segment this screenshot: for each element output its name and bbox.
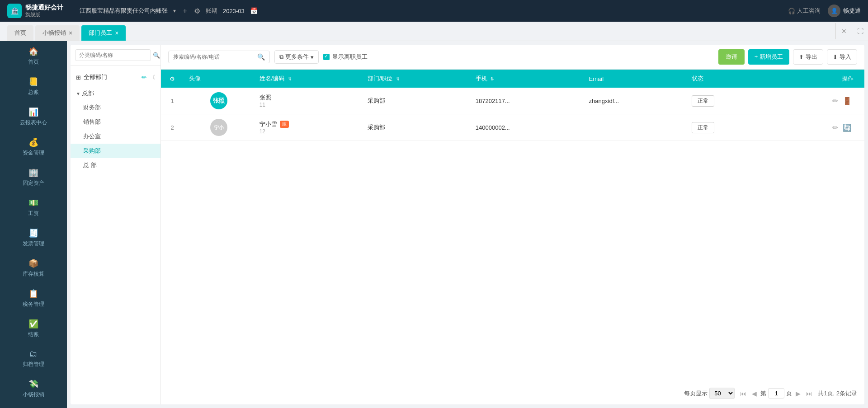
- support-label: 人工咨询: [797, 7, 821, 15]
- dept-item-caiwu[interactable]: 财务部: [71, 100, 160, 115]
- maximize-window-button[interactable]: ⛶: [852, 23, 868, 39]
- settings-button[interactable]: ⚙: [194, 7, 200, 15]
- per-page-dropdown[interactable]: 50 100 200: [709, 388, 735, 399]
- dept-edit-icon[interactable]: ✏: [142, 74, 147, 81]
- employee-search-icon[interactable]: 🔍: [257, 53, 265, 61]
- tab-dept-employee[interactable]: 部门员工 ×: [81, 25, 126, 41]
- avatar-cell-1: 张照: [189, 92, 249, 109]
- th-email: Email: [584, 70, 686, 88]
- prev-page-button[interactable]: ◀: [750, 389, 759, 398]
- name-sort-icon[interactable]: ⇅: [288, 77, 292, 81]
- show-resigned-label: 显示离职员工: [332, 53, 368, 61]
- row-actions-2: ✏ 🔄: [770, 114, 864, 141]
- th-dept[interactable]: 部门/职位 ⇅: [362, 70, 470, 88]
- status-badge-2: 正常: [692, 122, 714, 133]
- dept-all-label: 全部部门: [84, 73, 107, 81]
- sidebar-item-xiaochangbaoxiao[interactable]: 💸 小畅报销: [0, 374, 67, 404]
- dept-list: ⊞ 全部部门 ✏ 《 ▼ 总部 财务部 销售部 办公室: [71, 66, 160, 404]
- content-area: 🔍 ⊞ 全部部门 ✏ 《 ▼ 总部: [67, 41, 868, 408]
- triangle-icon: ▼: [76, 91, 80, 96]
- page-size-select: 每页显示 50 100 200: [684, 388, 735, 399]
- sidebar-item-zijinguanli[interactable]: 💰 资金管理: [0, 132, 67, 162]
- row-email-2: [584, 114, 686, 141]
- th-name[interactable]: 姓名/编码 ⇅: [254, 70, 362, 88]
- sidebar-item-home[interactable]: 🏠 首页: [0, 41, 67, 71]
- phone-sort-icon[interactable]: ⇅: [491, 77, 494, 81]
- import-icon: ⬇: [833, 54, 838, 61]
- refresh-icon-2[interactable]: 🔄: [843, 123, 852, 132]
- support-button[interactable]: 🎧 人工咨询: [788, 7, 821, 15]
- last-page-button[interactable]: ⏭: [804, 389, 814, 398]
- row-avatar-cell-2: 宁小: [184, 114, 254, 141]
- edit-icon-2[interactable]: ✏: [832, 123, 838, 132]
- avatar-circle-2: 宁小: [210, 119, 227, 136]
- sidebar-item-yunbaobiao[interactable]: 📊 云报表中心: [0, 102, 67, 132]
- show-resigned-toggle[interactable]: ✓ 显示离职员工: [323, 53, 368, 61]
- row-num: 1: [161, 88, 184, 114]
- dept-item-xiaoshou[interactable]: 销售部: [71, 115, 160, 129]
- user-info[interactable]: 👤 畅捷通: [828, 5, 861, 17]
- sidebar-item-gudingzichan[interactable]: 🏢 固定资产: [0, 162, 67, 192]
- sidebar-item-fapiao[interactable]: 🧾 发票管理: [0, 223, 67, 253]
- table-row: 2 宁小 宁小雪: [161, 114, 864, 141]
- dept-search-area: 🔍: [71, 45, 160, 66]
- tab-xiaochangbaoxiao[interactable]: 小畅报销 ×: [35, 25, 80, 41]
- page-input[interactable]: [768, 388, 784, 399]
- dept-group-header-headquarters[interactable]: ▼ 总部: [71, 87, 160, 100]
- dept-item-zongbu[interactable]: 总 部: [71, 158, 160, 173]
- dept-item-bangongshi[interactable]: 办公室: [71, 129, 160, 144]
- dept-search-icon[interactable]: 🔍: [153, 52, 160, 59]
- page-unit: 页: [786, 389, 792, 398]
- dept-item-caigou[interactable]: 采购部: [71, 144, 160, 158]
- row-name-cell-2: 宁小雪 应 12: [254, 114, 362, 141]
- table-settings-icon[interactable]: ⚙: [170, 75, 175, 82]
- th-settings[interactable]: ⚙: [161, 70, 184, 88]
- sidebar-item-jichushezhi[interactable]: ⚙ 基础设置: [0, 404, 67, 408]
- tab-dept-employee-close[interactable]: ×: [115, 30, 118, 36]
- dept-collapse-icon[interactable]: 《: [150, 74, 155, 81]
- calendar-icon[interactable]: 📅: [250, 7, 258, 14]
- row-status-1: 正常: [686, 88, 770, 114]
- th-actions: 操作: [770, 70, 864, 88]
- sidebar-item-guidang[interactable]: 🗂 归档管理: [0, 344, 67, 374]
- dept-search-input[interactable]: [75, 49, 151, 61]
- table-row: 1 张照 张照 11: [161, 88, 864, 114]
- sidebar-item-shuiwu[interactable]: 📋 税务管理: [0, 283, 67, 314]
- sidebar-item-kucun[interactable]: 📦 库存核算: [0, 253, 67, 283]
- employee-search-input[interactable]: [173, 54, 255, 60]
- tab-xiaochangbaoxiao-close[interactable]: ×: [69, 30, 72, 36]
- employee-table-area: ⚙ 头像 姓名/编码 ⇅ 部门/职位 ⇅: [161, 70, 864, 382]
- dept-sort-icon[interactable]: ⇅: [396, 77, 400, 81]
- import-button[interactable]: ⬇ 导入: [827, 49, 857, 65]
- close-window-button[interactable]: ✕: [835, 23, 852, 39]
- next-page-button[interactable]: ▶: [794, 389, 802, 398]
- money-icon: 💰: [28, 137, 38, 147]
- add-employee-button[interactable]: + 新增员工: [748, 49, 789, 65]
- tab-xiaochangbaoxiao-label: 小畅报销: [42, 29, 66, 37]
- first-page-button[interactable]: ⏮: [738, 389, 748, 398]
- employee-name-1: 张照: [259, 94, 357, 102]
- th-phone[interactable]: 手机 ⇅: [470, 70, 584, 88]
- export-button[interactable]: ⬆ 导出: [793, 49, 823, 65]
- inventory-icon: 📦: [28, 258, 38, 268]
- invite-button[interactable]: 邀请: [718, 49, 745, 65]
- company-dropdown-button[interactable]: ▾: [173, 8, 176, 14]
- exit-icon-1[interactable]: 🚪: [843, 97, 852, 105]
- status-badge-1: 正常: [692, 95, 714, 107]
- tab-home[interactable]: 首页: [7, 25, 33, 41]
- logo-sub: 旗舰版: [25, 11, 63, 18]
- add-company-button[interactable]: ＋: [181, 6, 189, 16]
- sidebar-item-xiaochangbaoxiao-label: 小畅报销: [23, 391, 44, 399]
- filter-button[interactable]: ⧉ 更多条件 ▾: [274, 50, 319, 64]
- actions-1: ✏ 🚪: [776, 97, 859, 105]
- top-right-area: 🎧 人工咨询 👤 畅捷通: [788, 5, 861, 17]
- sidebar-item-zhangzhang[interactable]: 📒 总账: [0, 71, 67, 102]
- dept-all-item[interactable]: ⊞ 全部部门 ✏ 《: [71, 70, 160, 85]
- sidebar-item-jiezhang[interactable]: ✅ 结账: [0, 314, 67, 344]
- filter-label: 更多条件: [285, 53, 309, 61]
- user-avatar: 👤: [828, 5, 840, 17]
- edit-icon-1[interactable]: ✏: [832, 97, 838, 105]
- row-dept-2: 采购部: [362, 114, 470, 141]
- sidebar-item-gongzi[interactable]: 💵 工资: [0, 192, 67, 223]
- pending-badge-2: 应: [280, 121, 289, 128]
